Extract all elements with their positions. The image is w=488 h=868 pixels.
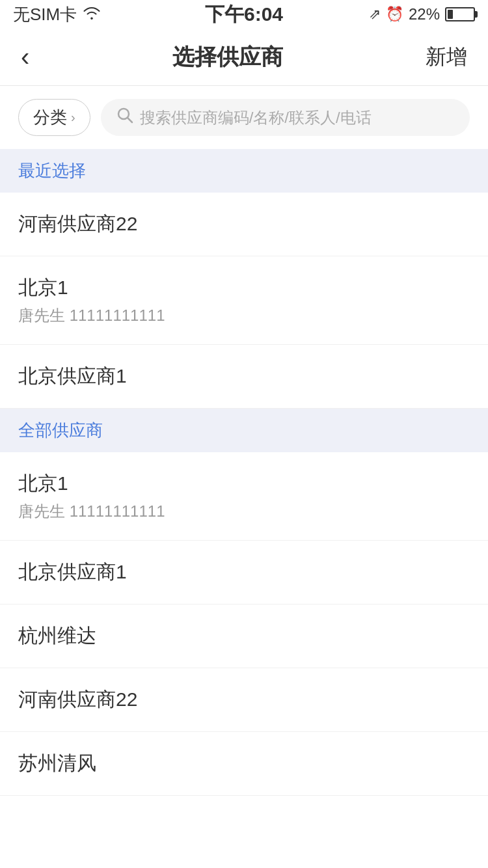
all-list: 北京1唐先生 11111111111北京供应商1杭州维达河南供应商22苏州清风 [0, 452, 488, 796]
all-section-label: 全部供应商 [18, 420, 103, 440]
filter-bar: 分类 › 搜索供应商编码/名称/联系人/电话 [0, 86, 488, 149]
add-button[interactable]: 新增 [426, 43, 467, 72]
search-icon [116, 107, 133, 128]
search-input[interactable]: 搜索供应商编码/名称/联系人/电话 [140, 107, 372, 128]
item-name: 北京1 [18, 275, 470, 301]
category-label: 分类 [33, 106, 67, 129]
all-section-header: 全部供应商 [0, 409, 488, 452]
alarm-icon: ⏰ [386, 6, 403, 23]
page-title: 选择供应商 [172, 42, 283, 72]
item-name: 河南供应商22 [18, 686, 470, 713]
status-left: 无SIM卡 [13, 3, 102, 26]
location-icon: ⇗ [369, 6, 381, 23]
time-display: 下午6:04 [205, 1, 283, 28]
item-name: 河南供应商22 [18, 211, 470, 237]
list-item[interactable]: 河南供应商22 [0, 668, 488, 732]
back-button[interactable]: ‹ [21, 42, 29, 72]
wifi-icon [82, 5, 102, 25]
list-item[interactable]: 北京供应商1 [0, 345, 488, 409]
carrier-label: 无SIM卡 [13, 3, 77, 26]
recent-section-header: 最近选择 [0, 149, 488, 193]
list-item[interactable]: 杭州维达 [0, 604, 488, 668]
recent-section-label: 最近选择 [18, 161, 86, 180]
recent-list: 河南供应商22北京1唐先生 11111111111北京供应商1 [0, 193, 488, 409]
battery-percent: 22% [409, 5, 440, 23]
status-bar: 无SIM卡 下午6:04 ⇗ ⏰ 22% [0, 0, 488, 29]
list-item[interactable]: 北京1唐先生 11111111111 [0, 256, 488, 345]
item-sub: 唐先生 11111111111 [18, 305, 470, 326]
item-sub: 唐先生 11111111111 [18, 501, 470, 522]
item-name: 北京1 [18, 470, 470, 497]
chevron-right-icon: › [71, 110, 75, 125]
item-name: 北京供应商1 [18, 559, 470, 586]
nav-bar: ‹ 选择供应商 新增 [0, 29, 488, 86]
item-name: 北京供应商1 [18, 363, 470, 390]
item-name: 苏州清风 [18, 750, 470, 777]
list-item[interactable]: 北京1唐先生 11111111111 [0, 452, 488, 541]
list-item[interactable]: 河南供应商22 [0, 193, 488, 256]
category-filter[interactable]: 分类 › [18, 99, 90, 136]
svg-line-1 [128, 118, 132, 122]
list-item[interactable]: 北京供应商1 [0, 541, 488, 604]
list-item[interactable]: 苏州清风 [0, 732, 488, 796]
item-name: 杭州维达 [18, 623, 470, 649]
battery-icon [445, 7, 475, 21]
status-right: ⇗ ⏰ 22% [369, 5, 475, 23]
search-box[interactable]: 搜索供应商编码/名称/联系人/电话 [101, 99, 470, 136]
